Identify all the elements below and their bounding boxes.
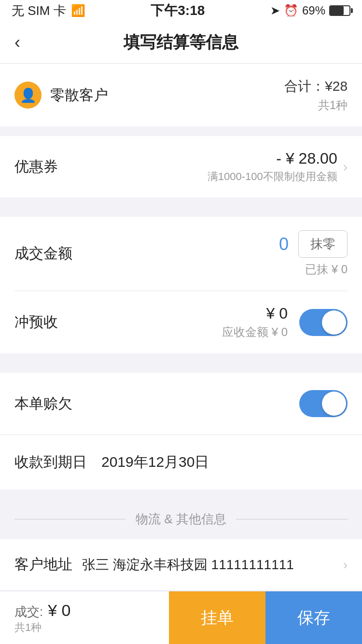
credit-row: 本单赊欠: [0, 373, 362, 434]
carrier-label: 无 SIM 卡: [12, 2, 66, 19]
toggle-knob: [322, 310, 346, 335]
pre-receive-right: ¥ 0 应收金额 ¥ 0: [222, 305, 348, 340]
bottom-bar: 成交: ¥ 0 共1种 挂单 保存: [0, 591, 362, 644]
nav-bar: ‹ 填写结算等信息: [0, 21, 362, 64]
deal-already-rounded: 已抹 ¥ 0: [305, 262, 348, 277]
pre-receive-sub: 应收金额 ¥ 0: [222, 324, 288, 340]
location-icon: ➤: [270, 4, 280, 17]
logistics-header: 物流 & 其他信息: [0, 499, 362, 539]
coupon-right: - ¥ 28.00 满1000-100不限制使用金额 ›: [208, 150, 348, 184]
due-date-row: 收款到期日 2019年12月30日: [0, 434, 362, 490]
credit-label: 本单赊欠: [14, 394, 72, 414]
address-chevron-icon: ›: [343, 557, 348, 573]
deal-amount-card: 成交金额 0 抹零 已抹 ¥ 0 冲预收 ¥ 0 应收金额 ¥ 0: [0, 217, 362, 353]
bottom-count: 共1种: [14, 620, 154, 635]
logistics-title: 物流 & 其他信息: [136, 511, 226, 528]
save-button[interactable]: 保存: [265, 591, 362, 644]
customer-name: 零散客户: [50, 85, 108, 105]
coupon-info: - ¥ 28.00 满1000-100不限制使用金额: [208, 150, 337, 184]
customer-avatar: 👤: [14, 82, 42, 109]
address-label: 客户地址: [14, 555, 72, 574]
deal-amount-right: 0 抹零 已抹 ¥ 0: [279, 230, 348, 277]
credit-card: 本单赊欠 收款到期日 2019年12月30日: [0, 373, 362, 490]
address-row[interactable]: 客户地址 张三 海淀永丰科技园 11111111111 ›: [0, 539, 362, 590]
logistics-line-left: [14, 519, 126, 519]
battery-icon: [329, 5, 350, 16]
page-title: 填写结算等信息: [124, 31, 238, 54]
deal-amount-value: 0: [279, 234, 289, 254]
battery-label: 69%: [302, 4, 325, 17]
round-button[interactable]: 抹零: [298, 230, 348, 258]
address-value: 张三 海淀永丰科技园 11111111111: [82, 556, 343, 574]
coupon-discount: - ¥ 28.00: [208, 150, 337, 168]
back-button[interactable]: ‹: [14, 32, 20, 53]
coupon-card: 优惠券 - ¥ 28.00 满1000-100不限制使用金额 ›: [0, 136, 362, 197]
alarm-icon: ⏰: [284, 4, 298, 17]
status-time: 下午3:18: [151, 1, 205, 20]
address-card: 客户地址 张三 海淀永丰科技园 11111111111 ›: [0, 539, 362, 590]
section-gap-2: [0, 363, 362, 373]
total-amount: 合计：¥28: [284, 77, 348, 96]
coupon-label: 优惠券: [14, 157, 58, 177]
content: 👤 零散客户 合计：¥28 共1种 优惠券 - ¥ 28.00 满1000-10…: [0, 64, 362, 644]
due-date-label: 收款到期日: [14, 452, 87, 472]
logistics-line-right: [236, 519, 348, 519]
person-icon: 👤: [20, 87, 37, 103]
bottom-deal-row: 成交: ¥ 0: [14, 601, 154, 620]
chevron-right-icon: ›: [343, 159, 348, 175]
customer-card: 👤 零散客户 合计：¥28 共1种: [0, 64, 362, 126]
credit-toggle[interactable]: [299, 390, 348, 417]
bottom-info: 成交: ¥ 0 共1种: [0, 591, 169, 644]
status-right: ➤ ⏰ 69%: [270, 4, 350, 17]
due-date-value: 2019年12月30日: [101, 452, 209, 472]
customer-left: 👤 零散客户: [14, 82, 108, 109]
coupon-description: 满1000-100不限制使用金额: [208, 169, 337, 184]
coupon-row[interactable]: 优惠券 - ¥ 28.00 满1000-100不限制使用金额 ›: [0, 136, 362, 197]
amount-row: 0 抹零: [279, 230, 348, 258]
wifi-icon: 📶: [71, 4, 85, 17]
status-left: 无 SIM 卡 📶: [12, 2, 85, 19]
deal-amount-row: 成交金额 0 抹零 已抹 ¥ 0: [0, 217, 362, 291]
customer-row: 👤 零散客户 合计：¥28 共1种: [0, 64, 362, 126]
pre-receive-row: 冲预收 ¥ 0 应收金额 ¥ 0: [0, 291, 362, 353]
pre-receive-label: 冲预收: [14, 312, 58, 332]
pre-receive-amount: ¥ 0: [222, 305, 288, 322]
status-bar: 无 SIM 卡 📶 下午3:18 ➤ ⏰ 69%: [0, 0, 362, 21]
bottom-deal-amount: ¥ 0: [48, 601, 70, 620]
total-count: 共1种: [284, 98, 348, 113]
pending-button[interactable]: 挂单: [169, 591, 265, 644]
deal-amount-label: 成交金额: [14, 244, 72, 264]
credit-toggle-knob: [322, 392, 346, 416]
pre-receive-info: ¥ 0 应收金额 ¥ 0: [222, 305, 288, 340]
section-gap-1: [0, 207, 362, 217]
customer-right: 合计：¥28 共1种: [284, 77, 348, 113]
bottom-deal-label: 成交:: [14, 603, 43, 620]
pre-receive-toggle[interactable]: [299, 309, 348, 336]
